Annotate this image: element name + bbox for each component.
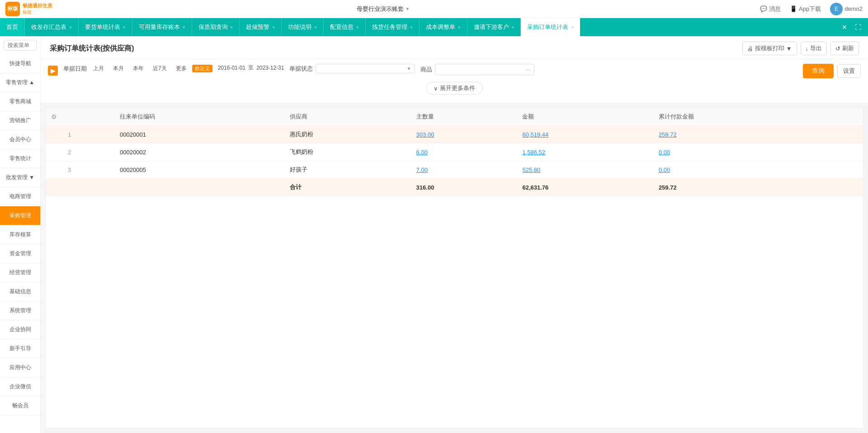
date-filter: 单据日期 上月 本月 本年 近7天 更多 自定义 (63, 64, 212, 73)
message-button[interactable]: 💬 消息 (760, 5, 781, 13)
cell-quantity: 7.00 (411, 161, 517, 179)
tab-chengbentiaojie[interactable]: 成本调整单 × (420, 18, 467, 36)
tab-shoufakahuizong[interactable]: 收发存汇总表 × (25, 18, 79, 36)
quantity-link[interactable]: 7.00 (416, 167, 428, 173)
tab-home[interactable]: 首页 (0, 18, 25, 36)
print-button[interactable]: 🖨 按模板打印 ▼ (742, 42, 797, 55)
sidebar-item-marketing[interactable]: 营销推广 (0, 111, 40, 130)
close-all-tabs-button[interactable]: ✕ (838, 21, 851, 33)
date-shortcut-lastmonth[interactable]: 上月 (90, 64, 108, 73)
date-shortcut-thismonth[interactable]: 本月 (109, 64, 127, 73)
sidebar-item-quicknav[interactable]: 快捷导航 (0, 54, 40, 73)
expand-more-button[interactable]: ∨ 展开更多条件 (426, 82, 483, 95)
sidebar-item-retail-mall[interactable]: 零售商城 (0, 92, 40, 111)
close-icon[interactable]: × (123, 25, 126, 30)
status-select[interactable]: ▼ (316, 64, 415, 73)
nav-right-actions: ✕ ⛶ (838, 21, 868, 33)
tab-gongnengshuo[interactable]: 功能说明 × (282, 18, 324, 36)
close-icon[interactable]: × (272, 25, 275, 30)
close-icon[interactable]: × (231, 25, 233, 30)
sidebar-item-wholesale[interactable]: 批发管理 ▼ (0, 168, 40, 187)
cell-amount: 60,519.44 (517, 126, 653, 143)
app-download-button[interactable]: 📱 App下载 (790, 5, 821, 13)
content-area: 采购订单统计表(按供应商) 🖨 按模板打印 ▼ ↓ 导出 ↺ 刷新 (41, 36, 868, 433)
query-button[interactable]: 查询 (803, 64, 834, 78)
export-button[interactable]: ↓ 导出 (801, 42, 827, 55)
sidebar-item-operations[interactable]: 经营管理 (0, 263, 40, 282)
goods-input[interactable] (439, 66, 525, 73)
date-shortcut-7days[interactable]: 近7天 (149, 64, 170, 73)
sidebar-item-system[interactable]: 系统管理 (0, 301, 40, 320)
sidebar-item-enterprise-wx[interactable]: 企业微信 (0, 377, 40, 396)
tab-peizhi[interactable]: 配置信息 × (324, 18, 366, 36)
tab-caigoudingtong[interactable]: 采购订单统计表 × (521, 18, 580, 36)
expand-more-row: ∨ 展开更多条件 (48, 78, 861, 98)
gear-icon[interactable]: ⚙ (51, 113, 57, 120)
date-shortcut-thisyear[interactable]: 本年 (129, 64, 147, 73)
quantity-link[interactable]: 6.00 (416, 149, 428, 156)
tab-tuohuo[interactable]: 拣货任务管理 × (366, 18, 420, 36)
sidebar-item-inventory[interactable]: 库存核算 (0, 225, 40, 244)
sidebar-item-retail[interactable]: 零售管理 ▲ (0, 73, 40, 92)
maximize-button[interactable]: ⛶ (852, 21, 864, 33)
tab-yaoqingxiayou[interactable]: 邀请下游客户 × (467, 18, 521, 36)
paid-link[interactable]: 259.72 (659, 131, 677, 138)
date-custom-badge[interactable]: 自定义 (192, 65, 212, 72)
user-profile[interactable]: E demo2 (830, 3, 863, 15)
sidebar-item-newguide[interactable]: 新手引导 (0, 339, 40, 358)
sidebar-item-basic[interactable]: 基础信息 (0, 282, 40, 301)
footer-cell-extra (823, 179, 863, 196)
account-selector-area[interactable]: 母婴行业演示账套 ▼ (357, 5, 456, 13)
paid-link[interactable]: 0.00 (659, 167, 670, 173)
tab-chaochuyujing[interactable]: 超储预警 × (240, 18, 282, 36)
quantity-link[interactable]: 303.00 (416, 131, 434, 138)
sidebar-item-vip[interactable]: 畅会员 (0, 396, 40, 415)
sidebar-item-purchase[interactable]: 采购管理 (0, 206, 40, 225)
sidebar-item-label: 企业微信 (9, 383, 31, 390)
footer-cell-paid: 259.72 (653, 179, 823, 196)
amount-link[interactable]: 525.80 (522, 167, 540, 173)
settings-button[interactable]: 设置 (837, 64, 861, 78)
close-icon[interactable]: × (314, 25, 317, 30)
close-icon[interactable]: × (183, 25, 185, 30)
sidebar-item-label: 经营管理 (9, 269, 31, 276)
goods-filter: 商品 ··· (420, 64, 534, 75)
tab-baoyuanqi[interactable]: 保质期查询 × (192, 18, 240, 36)
sidebar-item-ecommerce[interactable]: 电商管理 (0, 187, 40, 206)
sidebar-item-label: 应用中心 (9, 364, 31, 371)
close-icon[interactable]: × (571, 25, 574, 30)
paid-link[interactable]: 0.00 (659, 149, 670, 156)
close-icon[interactable]: × (512, 25, 514, 30)
cell-extra (823, 143, 863, 161)
amount-link[interactable]: 60,519.44 (522, 131, 548, 138)
table-footer-row: 合计 316.00 62,631.76 259.72 (46, 179, 863, 196)
account-selector[interactable]: 母婴行业演示账套 ▼ (357, 5, 410, 13)
close-icon[interactable]: × (69, 25, 72, 30)
sidebar-item-finance[interactable]: 资金管理 (0, 244, 40, 263)
logo-text: 畅捷通好生意 (23, 3, 52, 9)
close-icon[interactable]: × (356, 25, 359, 30)
sidebar-search-input[interactable] (4, 40, 37, 51)
tab-yaohuodantongji[interactable]: 要货单统计表 × (79, 18, 132, 36)
refresh-button[interactable]: ↺ 刷新 (830, 42, 859, 55)
sidebar-item-retail-stats[interactable]: 零售统计 (0, 149, 40, 168)
page-title: 采购订单统计表(按供应商) (50, 44, 134, 53)
sidebar-item-members[interactable]: 会员中心 (0, 130, 40, 149)
sidebar-item-appcenter[interactable]: 应用中心 (0, 358, 40, 377)
footer-cell-total-label: 合计 (284, 179, 411, 196)
date-shortcut-more[interactable]: 更多 (172, 64, 190, 73)
sidebar-item-label: 批发管理 ▼ (6, 174, 34, 181)
cell-settings (46, 143, 62, 161)
logo-area: 标版 畅捷通好生意 标版 (5, 2, 52, 16)
logo-abbr: 标版 (7, 5, 18, 13)
filter-collapse-toggle[interactable]: ▶ (48, 66, 58, 76)
date-filter-label: 单据日期 (63, 65, 87, 73)
sidebar-item-enterprise[interactable]: 企业协同 (0, 320, 40, 339)
tab-label: 功能说明 (288, 23, 311, 31)
more-icon[interactable]: ··· (526, 66, 531, 73)
amount-link[interactable]: 1,586.52 (522, 149, 545, 156)
tab-keyongliang[interactable]: 可用量库存账本 × (132, 18, 192, 36)
print-label: 按模板打印 (755, 44, 784, 52)
close-icon[interactable]: × (410, 25, 413, 30)
close-icon[interactable]: × (458, 25, 461, 30)
